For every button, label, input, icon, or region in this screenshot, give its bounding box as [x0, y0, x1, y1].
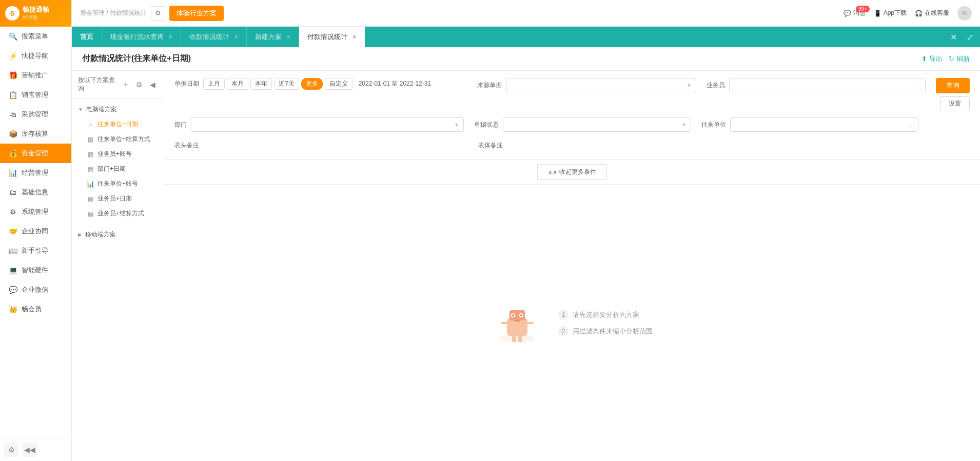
export-btn[interactable]: ⬆ 导出 — [922, 54, 943, 64]
sidebar-item-企业微信[interactable]: 💬企业微信 — [0, 280, 71, 299]
collapse-more-btn[interactable]: ∧∧ 收起更多条件 — [537, 164, 607, 180]
date-this-month-btn[interactable]: 本月 — [227, 78, 248, 90]
query-btn[interactable]: 查询 — [936, 78, 970, 93]
tabs-bar: 首页现金银行流水查询×收款情况统计×新建方案×付款情况统计× ✕ ⤢ — [72, 27, 980, 47]
sidebar-item-采购管理[interactable]: 🛍采购管理 — [0, 105, 71, 124]
nav-label: 采购管理 — [22, 110, 48, 119]
tab-label: 收款情况统计 — [189, 32, 229, 42]
tabs-actions: ✕ ⤢ — [943, 27, 980, 47]
tab-label: 现金银行流水查询 — [110, 32, 164, 42]
dept-label: 部门 — [174, 121, 187, 129]
scheme-item-label: 业务员+账号 — [97, 150, 132, 158]
scheme-item-往来单位+日期[interactable]: ○往来单位+日期 — [72, 117, 164, 132]
message-btn[interactable]: 💬 消息 99+ — [844, 9, 866, 17]
svg-point-6 — [520, 314, 522, 316]
tab-付款情况统计[interactable]: 付款情况统计× — [299, 27, 365, 47]
sidebar-item-库存核算[interactable]: 📦库存核算 — [0, 124, 71, 144]
online-service-btn[interactable]: 🎧 在线客服 — [915, 9, 949, 17]
sidebar-item-企业协同[interactable]: 🤝企业协同 — [0, 222, 71, 241]
sidebar-item-新手引导[interactable]: 📖新手引导 — [0, 241, 71, 260]
scheme-group-header-移动端方案[interactable]: ▶移动端方案 — [72, 227, 164, 242]
tab-新建方案[interactable]: 新建方案× — [247, 27, 299, 47]
sidebar-item-快捷导航[interactable]: ⚡快捷导航 — [0, 46, 71, 66]
source-select[interactable]: ▼ — [506, 78, 696, 92]
maximize-btn[interactable]: ⤢ — [964, 31, 976, 43]
svg-rect-7 — [514, 320, 520, 322]
tab-现金银行流水查询[interactable]: 现金银行流水查询× — [102, 27, 181, 47]
doc-status-select[interactable]: ▼ — [503, 117, 691, 132]
close-all-tabs-btn[interactable]: ✕ — [947, 31, 959, 43]
content-area: 付款情况统计(往来单位+日期) ⬆ 导出 ↻ 刷新 按以下方案查询 ＋ — [72, 47, 980, 461]
salesperson-field: 业务员 … — [707, 78, 926, 92]
salesperson-select[interactable]: … — [729, 78, 926, 92]
body-area: 按以下方案查询 ＋ ⚙ ◀ ▼电脑端方案○往来单位+日期▦往来单位+结算方式▦业… — [72, 71, 980, 461]
collapse-scheme-btn[interactable]: ◀ — [147, 79, 158, 90]
topbar-right: 💬 消息 99+ 📱 App下载 🎧 在线客服 Rit — [844, 6, 972, 21]
date-field: 单据日期 上月 本月 本年 近7天 更多 自定义 2022-01-01 至 20… — [174, 78, 467, 90]
nav-icon: 💻 — [8, 266, 17, 275]
scheme-group-header-电脑端方案[interactable]: ▼电脑端方案 — [72, 102, 164, 117]
date-more-btn[interactable]: 更多 — [301, 78, 323, 90]
tab-首页[interactable]: 首页 — [72, 27, 102, 47]
trial-btn[interactable]: 体验行业方案 — [169, 6, 224, 21]
sidebar-header: 6 畅捷通畅 标准版 — [0, 0, 71, 27]
sidebar: 6 畅捷通畅 标准版 🔍搜索菜单⚡快捷导航🎁营销推广📋销售管理🛍采购管理📦库存核… — [0, 0, 72, 461]
empty-illustration — [492, 297, 543, 349]
nav-icon: ⚡ — [8, 51, 17, 61]
user-avatar[interactable]: Rit — [957, 6, 972, 21]
sidebar-item-营销推广[interactable]: 🎁营销推广 — [0, 66, 71, 85]
sidebar-item-基础信息[interactable]: 🗂基础信息 — [0, 183, 71, 202]
date-this-year-btn[interactable]: 本年 — [250, 78, 272, 90]
app-download-label: App下载 — [884, 9, 907, 17]
header-note-label: 表头备注 — [174, 141, 199, 150]
collapse-sidebar-btn[interactable]: ◀◀ — [23, 443, 37, 457]
topbar-settings-btn[interactable]: ⚙ — [151, 6, 165, 21]
date-7days-btn[interactable]: 近7天 — [274, 78, 299, 90]
nav-label: 经营管理 — [22, 168, 48, 177]
scheme-item-业务员+账号[interactable]: ▦业务员+账号 — [72, 147, 164, 162]
scheme-item-icon: ▦ — [86, 150, 94, 158]
partner-select[interactable]: … — [730, 117, 918, 132]
scheme-item-icon: ▦ — [86, 210, 94, 218]
nav-label: 畅会员 — [22, 305, 42, 314]
scheme-item-部门+日期[interactable]: ▦部门+日期 — [72, 162, 164, 176]
date-last-month-btn[interactable]: 上月 — [203, 78, 225, 90]
body-note-input[interactable] — [507, 138, 918, 152]
group-arrow: ▶ — [78, 232, 82, 237]
settings-footer-btn[interactable]: ⚙ — [4, 443, 18, 457]
scheme-item-label: 业务员+结算方式 — [97, 209, 144, 218]
dept-select[interactable]: ▼ — [191, 117, 464, 132]
sidebar-item-销售管理[interactable]: 📋销售管理 — [0, 85, 71, 105]
nav-icon: 📦 — [8, 129, 17, 138]
tab-收款情况统计[interactable]: 收款情况统计× — [181, 27, 247, 47]
tab-close[interactable]: × — [234, 33, 238, 41]
sidebar-item-经营管理[interactable]: 📊经营管理 — [0, 163, 71, 183]
header-note-input[interactable] — [203, 138, 468, 152]
add-scheme-btn[interactable]: ＋ — [121, 79, 131, 90]
nav-label: 智能硬件 — [22, 266, 48, 275]
page-actions: ⬆ 导出 ↻ 刷新 — [922, 54, 970, 64]
refresh-icon: ↻ — [949, 55, 954, 63]
scheme-item-往来单位+账号[interactable]: 📊往来单位+账号 — [72, 176, 164, 191]
refresh-btn[interactable]: ↻ 刷新 — [949, 54, 970, 64]
sidebar-item-智能硬件[interactable]: 💻智能硬件 — [0, 260, 71, 280]
app-download-btn[interactable]: 📱 App下载 — [874, 9, 907, 17]
sidebar-item-畅会员[interactable]: 👑畅会员 — [0, 299, 71, 319]
tab-close[interactable]: × — [169, 33, 172, 41]
sidebar-item-资金管理[interactable]: 💰资金管理 — [0, 144, 71, 163]
tip-num-1: 1 — [558, 310, 569, 320]
scheme-item-往来单位+结算方式[interactable]: ▦往来单位+结算方式 — [72, 132, 164, 147]
sidebar-item-搜索菜单[interactable]: 🔍搜索菜单 — [0, 27, 71, 46]
tab-close[interactable]: × — [352, 33, 356, 41]
filter-settings-btn[interactable]: 设置 — [940, 96, 970, 111]
nav-label: 资金管理 — [22, 149, 48, 158]
scheme-item-业务员+结算方式[interactable]: ▦业务员+结算方式 — [72, 206, 164, 221]
sidebar-item-系统管理[interactable]: ⚙系统管理 — [0, 202, 71, 222]
refresh-label: 刷新 — [956, 54, 970, 64]
scheme-settings-btn[interactable]: ⚙ — [134, 79, 144, 90]
date-custom-btn[interactable]: 自定义 — [325, 78, 352, 90]
service-icon: 🎧 — [915, 10, 923, 17]
scheme-item-业务员+日期[interactable]: ▦业务员+日期 — [72, 191, 164, 206]
tab-close[interactable]: × — [287, 33, 290, 41]
scheme-panel-header: 按以下方案查询 ＋ ⚙ ◀ — [72, 71, 164, 99]
